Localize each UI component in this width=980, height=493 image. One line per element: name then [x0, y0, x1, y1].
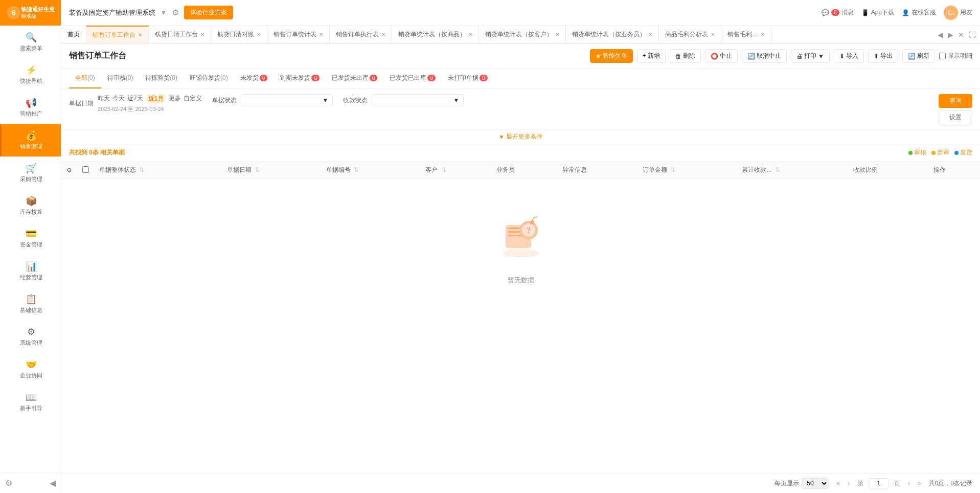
system-gear-icon[interactable]: ⚙: [172, 8, 179, 17]
tab-goods-stats-customer-close[interactable]: ✕: [555, 32, 559, 37]
page-input[interactable]: [869, 478, 889, 488]
smart-create-btn[interactable]: ★ 智能生单: [590, 49, 633, 63]
tabs-prev-icon[interactable]: ◀: [936, 31, 945, 39]
shortcut-today[interactable]: 今天: [112, 94, 125, 104]
tab-profit-analysis-close[interactable]: ✕: [711, 32, 715, 37]
sort-date-icon[interactable]: ⇅: [255, 166, 260, 173]
sub-tab-unprinted[interactable]: 未打印单据0: [442, 69, 494, 88]
sidebar-item-system[interactable]: ⚙ 系统管理: [0, 320, 61, 353]
sub-tab-shipped-not-out[interactable]: 已发货未出库0: [326, 69, 384, 88]
page-nav: « ‹ 第 页 › »: [834, 478, 923, 489]
refresh-btn[interactable]: 🔄 刷新: [902, 49, 935, 63]
sort-number-icon[interactable]: ⇅: [354, 166, 359, 173]
sidebar-item-sales[interactable]: 💰 销售管理: [0, 124, 61, 156]
tab-sales-profit-close[interactable]: ✕: [761, 32, 765, 37]
sidebar-item-inventory[interactable]: 📦 库存核算: [0, 189, 61, 222]
sidebar-item-basic-label: 基础信息: [20, 306, 42, 314]
sidebar-item-search[interactable]: 🔍 搜索菜单: [0, 26, 61, 58]
tab-home[interactable]: 首页: [61, 26, 86, 44]
sales-nav-icon: 💰: [26, 130, 37, 141]
tab-profit-analysis[interactable]: 商品毛利分析表 ✕: [659, 26, 721, 44]
shortcut-7days[interactable]: 近7天: [127, 94, 143, 104]
online-service-action[interactable]: 👤 在线客服: [902, 8, 936, 17]
tab-cash-reconcile[interactable]: 钱货日清对账 ✕: [211, 26, 267, 44]
sidebar-item-corp[interactable]: 🤝 企业协同: [0, 353, 61, 386]
sidebar-item-purchase[interactable]: 🛒 采购管理: [0, 156, 61, 189]
sidebar-item-sales-label: 销售管理: [20, 143, 42, 150]
sidebar-item-finance[interactable]: 💳 资金管理: [0, 222, 61, 255]
sub-tab-pending-review[interactable]: 待审核(0): [101, 69, 140, 88]
sub-tab-pending-pick[interactable]: 待拣验货(0): [139, 69, 184, 88]
set-btn[interactable]: 设置: [939, 110, 972, 124]
tabs-close-all-icon[interactable]: ✕: [956, 31, 966, 39]
system-dropdown-icon[interactable]: ▼: [161, 9, 167, 16]
tab-sales-exec-close[interactable]: ✕: [381, 32, 385, 37]
tab-cash-daily-close[interactable]: ✕: [200, 32, 204, 37]
approve-action[interactable]: 审核: [908, 148, 926, 157]
message-action[interactable]: 💬 6 消息: [822, 8, 854, 17]
shortcut-more[interactable]: 更多: [169, 94, 181, 104]
add-btn[interactable]: + 新增: [637, 49, 666, 63]
payment-filter-select[interactable]: ▼: [372, 94, 464, 106]
tab-sales-stats[interactable]: 销售订单统计表 ✕: [267, 26, 330, 44]
sidebar-item-operation[interactable]: 📊 经营管理: [0, 255, 61, 287]
tabs-fullscreen-icon[interactable]: ⛶: [967, 31, 977, 39]
settings-icon[interactable]: ⚙: [5, 478, 12, 488]
delete-btn[interactable]: 🗑 删除: [670, 49, 701, 63]
tab-cash-daily[interactable]: 钱货日清工作台 ✕: [149, 26, 211, 44]
th-checkbox[interactable]: [77, 162, 94, 179]
shortcut-custom[interactable]: 自定义: [184, 94, 202, 104]
sort-status-icon[interactable]: ⇅: [139, 166, 144, 173]
sidebar-item-basic[interactable]: 📋 基础信息: [0, 287, 61, 320]
print-btn[interactable]: 🖨 打印 ▼: [791, 49, 830, 63]
tab-goods-stats-product-close[interactable]: ✕: [468, 32, 472, 37]
page-prev-icon[interactable]: ‹: [845, 479, 852, 488]
print-dropdown-icon: ▼: [818, 53, 824, 60]
sub-tab-all[interactable]: 全部(0): [69, 69, 101, 88]
tab-sales-order-workbench-close[interactable]: ✕: [138, 32, 142, 38]
unapprove-action[interactable]: 弃审: [931, 148, 949, 157]
page-next-icon[interactable]: ›: [905, 479, 913, 488]
sort-amount-icon[interactable]: ⇅: [670, 166, 675, 173]
export-btn[interactable]: ⬆ 导出: [868, 49, 898, 63]
query-btn[interactable]: 查询: [939, 94, 972, 108]
collapse-icon[interactable]: ◀: [50, 478, 56, 488]
tab-goods-stats-customer[interactable]: 销货单统计表（按客户） ✕: [479, 26, 566, 44]
select-all-checkbox[interactable]: [82, 166, 89, 173]
tab-goods-stats-salesperson[interactable]: 销货单统计表（按业务员） ✕: [566, 26, 659, 44]
tab-goods-stats-product[interactable]: 销货单统计表（按商品） ✕: [392, 26, 479, 44]
app-download-action[interactable]: 📱 App下载: [861, 8, 894, 17]
ship-action[interactable]: 发货: [954, 148, 972, 157]
sort-received-icon[interactable]: ⇅: [775, 166, 780, 173]
sub-tab-unshipped[interactable]: 未发货0: [234, 69, 274, 88]
page-last-icon[interactable]: »: [915, 479, 924, 488]
tab-sales-stats-close[interactable]: ✕: [319, 32, 323, 37]
tabs-next-icon[interactable]: ▶: [946, 31, 955, 39]
th-settings[interactable]: ⚙: [61, 162, 77, 179]
shortcut-yesterday[interactable]: 昨天: [98, 94, 110, 104]
shortcut-1month[interactable]: 近1月: [146, 94, 167, 104]
tab-goods-stats-salesperson-close[interactable]: ✕: [648, 32, 652, 37]
import-btn[interactable]: ⬇ 导入: [834, 49, 864, 63]
stop-btn[interactable]: ⭕ 中止: [705, 49, 738, 63]
tab-sales-profit[interactable]: 销售毛利… ✕: [721, 26, 771, 44]
cancel-stop-btn[interactable]: 🔄 取消中止: [742, 49, 787, 63]
sort-customer-icon[interactable]: ⇅: [441, 166, 446, 173]
page-first-icon[interactable]: «: [834, 479, 842, 488]
tab-sales-exec[interactable]: 销售订单执行表 ✕: [330, 26, 392, 44]
sub-tab-wangpu-ship[interactable]: 旺铺待发货(0): [184, 69, 234, 88]
sidebar-item-guide[interactable]: 📖 新手引导: [0, 386, 61, 418]
show-detail-checkbox[interactable]: 显示明细: [939, 52, 972, 60]
status-filter-select[interactable]: ▼: [241, 94, 333, 106]
show-detail-input[interactable]: [939, 53, 946, 59]
user-action[interactable]: Ea 用友: [944, 6, 972, 20]
tab-cash-reconcile-close[interactable]: ✕: [257, 32, 261, 37]
sub-tab-shipped-out[interactable]: 已发货已出库0: [383, 69, 442, 88]
industry-btn[interactable]: 体验行业方案: [184, 6, 233, 19]
expand-conditions-btn[interactable]: ▼ 展开更多条件: [498, 132, 543, 141]
tab-sales-order-workbench[interactable]: 销售订单工作台 ✕: [86, 26, 149, 44]
sub-tab-overdue-unshipped[interactable]: 到期未发货0: [274, 69, 326, 88]
sidebar-item-marketing[interactable]: 📢 营销推广: [0, 91, 61, 124]
sidebar-item-quick[interactable]: ⚡ 快捷导航: [0, 58, 61, 91]
per-page-select[interactable]: 50 100 200: [802, 478, 829, 489]
